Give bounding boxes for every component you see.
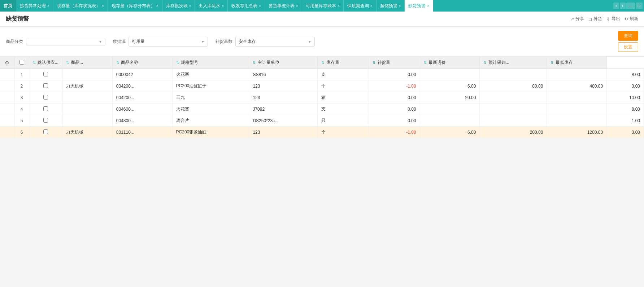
product-code-column-label: 商品... (71, 60, 83, 65)
replenish-button[interactable]: ◻ 补货 (588, 16, 602, 22)
latest-price-column-header[interactable]: ⇅ 最新进价 (420, 57, 480, 69)
row-checkbox[interactable] (43, 95, 48, 100)
tab-prev-button[interactable]: ‹ (613, 3, 619, 9)
checkbox-column-header[interactable] (14, 57, 29, 69)
export-icon: ⇓ (606, 17, 610, 22)
export-button[interactable]: ⇓ 导出 (606, 16, 620, 22)
tab-batch[interactable]: 库存批次账 × (162, 0, 195, 12)
close-icon[interactable]: × (338, 4, 340, 8)
product-name-column-header[interactable]: ⇅ 商品名称 (112, 57, 172, 69)
share-button[interactable]: ↗ 分享 (570, 16, 584, 22)
tab-expiry[interactable]: 保质期查询 × (344, 0, 377, 12)
sort-icon: ⇅ (33, 61, 36, 65)
row-stock: 0.00 (369, 69, 420, 80)
chevron-down-icon: ▼ (201, 40, 205, 44)
row-product-name: 三九 (172, 92, 249, 103)
close-icon[interactable]: × (399, 4, 401, 8)
close-icon[interactable]: × (427, 4, 429, 8)
row-spec: J7092 (249, 103, 318, 115)
stock-column-header[interactable]: ⇅ 库存量 (318, 57, 369, 69)
row-unit: 支 (318, 69, 369, 80)
row-checkbox[interactable] (43, 129, 48, 134)
row-min-stock: 3.00 (607, 80, 644, 92)
row-checkbox[interactable] (43, 83, 48, 88)
row-checkbox[interactable] (43, 72, 48, 76)
tab-navigation: ‹ › — □ (613, 3, 644, 9)
close-icon[interactable]: × (296, 4, 298, 8)
row-settings-cell (0, 127, 14, 138)
tab-stock1[interactable]: 现存量（库存状况表） × (53, 0, 108, 12)
select-all-checkbox[interactable] (19, 60, 24, 65)
refresh-icon: ↻ (625, 17, 628, 22)
row-unit: 箱 (318, 92, 369, 103)
table-header-row: ⚙ ⇅ 默认供应... ⇅ 商品... ⇅ 商品名称 (0, 57, 644, 69)
close-icon[interactable]: × (189, 4, 191, 8)
row-product-code: 004600... (112, 103, 172, 115)
replenish-qty-column-label: 补货量 (377, 60, 390, 65)
row-checkbox-cell (29, 115, 62, 127)
page-container: 缺货预警 ↗ 分享 ◻ 补货 ⇓ 导出 ↻ 刷新 商品分类 (0, 12, 644, 138)
min-stock-column-header[interactable]: ⇅ 最低库存 (547, 57, 607, 69)
row-product-code: 004200... (112, 92, 172, 103)
row-latest-price (480, 103, 547, 115)
tab-avail[interactable]: 可用量库存账本 × (302, 0, 344, 12)
category-filter-group: 商品分类 ▼ (6, 38, 105, 45)
close-icon[interactable]: × (156, 4, 158, 8)
tab-stock1-label: 现存量（库存状况表） (57, 3, 100, 9)
tab-maximize-button[interactable]: □ (636, 3, 643, 9)
est-purchase-column-header[interactable]: ⇅ 预计采购... (480, 57, 547, 69)
row-index: 5 (14, 115, 29, 127)
spec-column-header[interactable]: ⇅ 规格型号 (172, 57, 249, 69)
row-latest-price (480, 69, 547, 80)
row-index: 6 (14, 127, 29, 138)
datasource-select[interactable]: 可用量 ▼ (129, 37, 208, 47)
row-replenish-qty: 6.00 (420, 127, 480, 138)
chevron-down-icon: ▼ (308, 40, 312, 44)
row-checkbox[interactable] (43, 106, 48, 111)
row-product-name: 火花塞 (172, 69, 249, 80)
close-icon[interactable]: × (102, 4, 104, 8)
table-row: 4004600...火花塞J7092支0.008.00 (0, 103, 644, 115)
tab-shortage-label: 缺货预警 (408, 3, 426, 9)
gear-icon[interactable]: ⚙ (5, 60, 9, 66)
replenish-label: 补货 (593, 16, 602, 22)
unit-column-label: 主计量单位 (258, 60, 279, 65)
tab-pick[interactable]: 拣货异常处理 × (16, 0, 53, 12)
min-stock-column-label: 最低库存 (556, 60, 573, 65)
tab-minimize-button[interactable]: — (626, 3, 635, 9)
query-button[interactable]: 查询 (618, 31, 638, 41)
close-icon[interactable]: × (47, 4, 49, 8)
product-code-column-header[interactable]: ⇅ 商品... (62, 57, 112, 69)
category-select[interactable]: ▼ (26, 38, 105, 45)
close-icon[interactable]: × (222, 4, 224, 8)
sort-icon: ⇅ (483, 61, 486, 65)
close-icon[interactable]: × (370, 4, 373, 8)
row-checkbox[interactable] (43, 118, 48, 123)
close-icon[interactable]: × (259, 4, 261, 8)
settings-column-header[interactable]: ⚙ (0, 57, 14, 69)
replenish-base-select[interactable]: 安全库存 ▼ (235, 37, 315, 47)
row-stock: 0.00 (369, 115, 420, 127)
table-row: 10000042火花塞SS816支0.008.00 (0, 69, 644, 80)
row-unit: 只 (318, 115, 369, 127)
tab-stock2-label: 现存量（库存分布表） (112, 3, 155, 9)
row-est-purchase (547, 103, 607, 115)
tab-next-button[interactable]: › (620, 3, 626, 9)
row-checkbox-cell (29, 80, 62, 92)
supplier-column-header[interactable]: ⇅ 默认供应... (29, 57, 62, 69)
tab-order[interactable]: 要货单统计表 × (265, 0, 302, 12)
tab-home[interactable]: 首页 (0, 0, 16, 12)
refresh-button[interactable]: ↻ 刷新 (625, 16, 638, 22)
header-actions: ↗ 分享 ◻ 补货 ⇓ 导出 ↻ 刷新 (570, 16, 638, 22)
tab-inout[interactable]: 出入库流水 × (195, 0, 228, 12)
settings-button[interactable]: 设置 (618, 42, 638, 52)
unit-column-header[interactable]: ⇅ 主计量单位 (249, 57, 318, 69)
tab-shortage[interactable]: 缺货预警 × (405, 0, 433, 12)
sort-icon: ⇅ (176, 61, 179, 65)
replenish-qty-column-header[interactable]: ⇅ 补货量 (369, 57, 420, 69)
tab-overstock[interactable]: 超储预警 × (377, 0, 405, 12)
row-est-purchase: 1200.00 (547, 127, 607, 138)
tab-overstock-label: 超储预警 (380, 3, 397, 9)
tab-summary[interactable]: 收发存汇总表 × (228, 0, 265, 12)
tab-stock2[interactable]: 现存量（库存分布表） × (108, 0, 162, 12)
